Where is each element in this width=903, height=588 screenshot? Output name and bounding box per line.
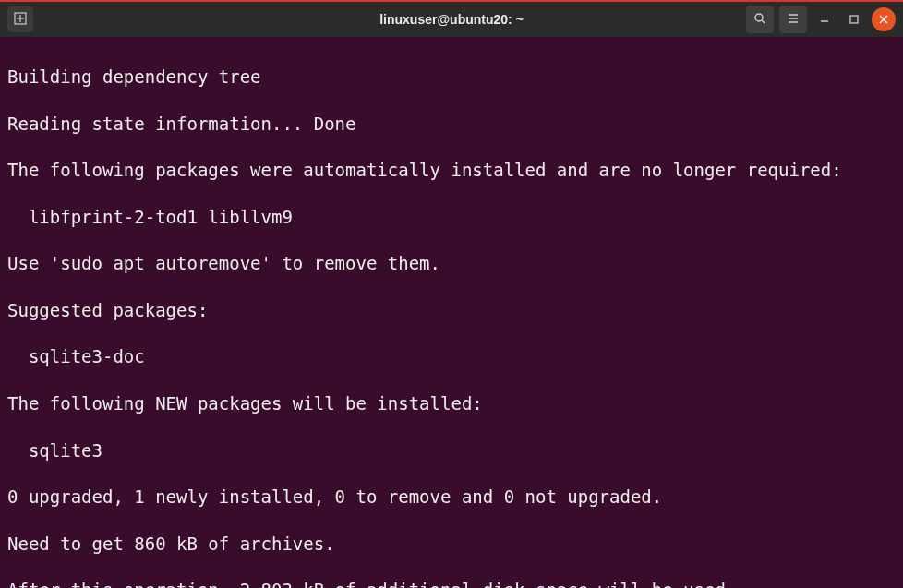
terminal-output[interactable]: Building dependency tree Reading state i… [0,37,903,588]
output-line: Reading state information... Done [7,113,896,136]
search-button[interactable] [746,6,774,33]
svg-point-3 [755,14,763,21]
maximize-icon [849,11,859,28]
output-line: sqlite3-doc [7,345,896,368]
output-line: Building dependency tree [7,66,896,89]
menu-button[interactable] [779,6,807,33]
close-button[interactable] [872,7,896,31]
maximize-button[interactable] [842,7,866,31]
svg-rect-9 [850,16,858,23]
output-line: Use 'sudo apt autoremove' to remove them… [7,252,896,275]
close-icon [879,11,888,28]
output-line: The following packages were automaticall… [7,159,896,182]
titlebar-right [746,6,896,33]
new-tab-icon [14,12,27,28]
minimize-icon [820,11,829,28]
svg-line-4 [762,20,765,23]
output-line: sqlite3 [7,439,896,462]
titlebar-left [7,6,33,32]
titlebar: linuxuser@ubuntu20: ~ [0,0,903,37]
hamburger-icon [787,11,800,29]
output-line: Need to get 860 kB of archives. [7,533,896,556]
window-title: linuxuser@ubuntu20: ~ [379,12,524,27]
minimize-button[interactable] [813,7,837,31]
search-icon [753,11,766,29]
output-line: The following NEW packages will be insta… [7,392,896,415]
new-tab-button[interactable] [7,6,33,32]
output-line: After this operation, 2,803 kB of additi… [7,579,896,588]
output-line: 0 upgraded, 1 newly installed, 0 to remo… [7,486,896,509]
output-line: libfprint-2-tod1 libllvm9 [7,206,896,229]
output-line: Suggested packages: [7,299,896,322]
